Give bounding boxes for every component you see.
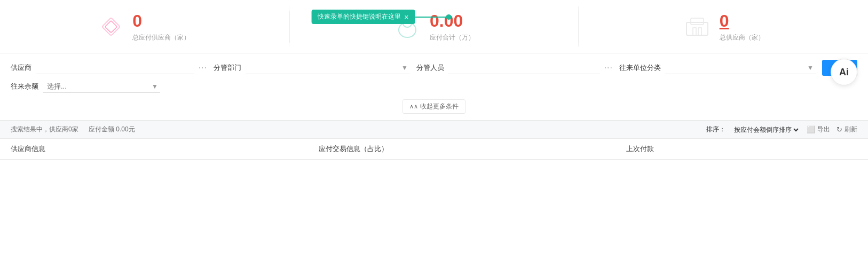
svg-rect-0 [102,18,120,36]
total-payable-suppliers-value: 0 [132,11,190,31]
person-filter: 分管人员 ··· [416,61,613,74]
result-bar: 搜索结果中，供应商0家 应付金额 0.00元 排序： 按应付会额倒序排序 ⬜ 导… [0,121,868,139]
refresh-label: 刷新 [845,125,857,134]
total-payable-suppliers-label: 总应付供应商（家） [132,33,190,42]
ai-badge-btn[interactable]: Ai [831,59,857,85]
balance-filter: 往来余额 ▼ [11,80,160,93]
svg-point-2 [399,22,416,37]
export-btn[interactable]: ⬜ 导出 [807,125,830,134]
supplier-filter: 供应商 ··· [11,61,207,74]
tooltip-bubble: 快速录单的快捷键说明在这里 × [311,10,415,24]
supplier-dots-btn[interactable]: ··· [199,63,207,73]
total-suppliers-value: 0 [720,11,764,31]
export-label: 导出 [817,125,830,134]
dept-input[interactable] [246,61,410,74]
svg-rect-10 [693,28,696,35]
unit-class-input[interactable] [665,61,816,74]
balance-select-wrapper: ▼ [43,80,160,93]
person-input[interactable] [448,61,600,74]
unit-class-select-wrapper: ▼ [665,61,816,74]
dept-label: 分管部门 [214,63,241,73]
table-body [0,160,868,266]
export-icon: ⬜ [807,125,815,133]
filter-row-2: 往来余额 ▼ [11,80,857,93]
refresh-btn[interactable]: ↻ 刷新 [837,125,857,134]
summary-payable-total: 快速录单的快捷键说明在这里 × 0.00 应付合计（万） [290,6,579,46]
dept-filter: 分管部门 ▼ [214,61,410,74]
person-label: 分管人员 [416,63,444,73]
result-text: 搜索结果中，供应商0家 [11,125,78,133]
supplier-label: 供应商 [11,63,31,73]
result-summary: 搜索结果中，供应商0家 应付金额 0.00元 [11,125,135,134]
summary-total-suppliers: 0 总供应商（家） [579,6,868,46]
ai-label: Ai [839,67,849,78]
summary-payable-suppliers: 0 总应付供应商（家） [0,6,289,46]
svg-rect-9 [691,18,704,25]
tooltip-close-btn[interactable]: × [404,13,408,21]
tooltip-text: 快速录单的快捷键说明在这里 [318,12,401,21]
result-amount: 应付金额 0.00元 [89,125,135,133]
collapse-btn[interactable]: ∧∧ 收起更多条件 [403,99,465,114]
svg-rect-11 [698,28,701,35]
collapse-btn-label: 收起更多条件 [420,102,459,111]
supplier-icon [683,16,711,37]
diamond-icon [98,14,124,40]
refresh-icon: ↻ [837,125,842,133]
payable-total-value: 0.00 [430,11,475,31]
filter-row-1: 供应商 ··· 分管部门 ▼ 分管人员 ··· 往来单位分类 ▼ [11,60,857,76]
col-header-transaction: 应付交易信息（占比） [319,144,627,154]
person-dots-btn[interactable]: ··· [604,63,613,73]
balance-input[interactable] [43,80,160,93]
total-suppliers-label: 总供应商（家） [720,33,764,42]
result-actions: 排序： 按应付会额倒序排序 ⬜ 导出 ↻ 刷新 [706,125,857,134]
sort-label: 排序： [706,125,725,134]
col-header-supplier: 供应商信息 [11,144,319,154]
payable-total-label: 应付合计（万） [430,33,475,42]
unit-class-filter: 往来单位分类 ▼ [619,61,816,74]
supplier-input[interactable] [36,61,194,74]
sort-select[interactable]: 按应付会额倒序排序 [732,125,800,134]
dept-select-wrapper: ▼ [246,61,410,74]
summary-bar: 0 总应付供应商（家） 快速录单的快捷键说明在这里 × 0.00 [0,0,868,53]
unit-class-label: 往来单位分类 [619,63,661,73]
col-header-lastpay: 上次付款 [626,144,857,154]
filter-bar: 供应商 ··· 分管部门 ▼ 分管人员 ··· 往来单位分类 ▼ [0,53,868,121]
collapse-up-icon: ∧∧ [409,103,418,110]
table-header: 供应商信息 应付交易信息（占比） 上次付款 [0,139,868,160]
balance-label: 往来余额 [11,82,38,91]
